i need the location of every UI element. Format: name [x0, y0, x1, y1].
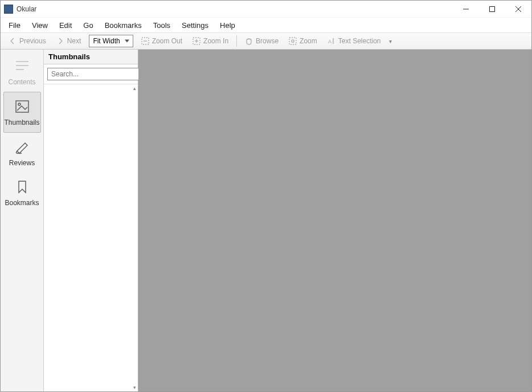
svg-point-17: [18, 103, 21, 105]
tab-bookmarks[interactable]: Bookmarks: [3, 173, 41, 213]
previous-button[interactable]: Previous: [4, 35, 51, 47]
zoom-in-button[interactable]: Zoom In: [188, 35, 233, 47]
side-tabs: Contents Thumbnails Reviews Bookmarks: [1, 50, 44, 391]
menubar: File View Edit Go Bookmarks Tools Settin…: [1, 18, 531, 32]
next-label: Next: [67, 37, 81, 45]
tab-reviews[interactable]: Reviews: [3, 133, 41, 173]
thumbnails-icon: [13, 98, 32, 115]
chevron-left-icon: [9, 37, 17, 45]
contents-icon: [13, 58, 32, 75]
text-selection-icon: A: [328, 37, 335, 45]
tab-thumbnails[interactable]: Thumbnails: [3, 92, 41, 133]
panel-search-row: [44, 64, 138, 84]
zoom-out-icon: [141, 37, 149, 45]
menu-go[interactable]: Go: [77, 19, 99, 32]
minimize-icon: [463, 6, 469, 12]
previous-label: Previous: [19, 37, 46, 45]
browse-button[interactable]: Browse: [240, 35, 283, 47]
scroll-up-button[interactable]: ▴: [133, 85, 136, 91]
zoom-select[interactable]: Fit Width: [89, 35, 133, 47]
toolbar: Previous Next Fit Width Zoom Out Zoom In…: [1, 32, 531, 50]
text-selection-button[interactable]: A Text Selection: [323, 35, 386, 47]
toolbar-overflow[interactable]: ▾: [387, 38, 394, 44]
hand-icon: [245, 37, 253, 45]
svg-point-10: [292, 40, 294, 42]
zoom-tool-icon: [289, 37, 297, 45]
thumbnails-panel: Thumbnails ▴ ▾: [44, 50, 138, 391]
tab-thumbnails-label: Thumbnails: [4, 119, 39, 126]
zoom-select-value: Fit Width: [93, 37, 120, 45]
maximize-icon: [489, 6, 495, 12]
tab-bookmarks-label: Bookmarks: [5, 199, 39, 207]
zoom-out-label: Zoom Out: [152, 37, 182, 45]
zoom-in-icon: [193, 37, 200, 45]
window-controls: [453, 1, 531, 17]
search-input[interactable]: [47, 68, 141, 80]
menu-view[interactable]: View: [26, 19, 54, 32]
app-window: Okular File View Edit Go Bookmarks Tools…: [0, 0, 532, 392]
menu-bookmarks[interactable]: Bookmarks: [99, 19, 148, 32]
zoom-out-button[interactable]: Zoom Out: [137, 35, 187, 47]
tab-contents[interactable]: Contents: [3, 52, 41, 92]
titlebar: Okular: [1, 1, 531, 18]
tab-reviews-label: Reviews: [9, 159, 35, 167]
scroll-down-button[interactable]: ▾: [133, 385, 136, 390]
svg-rect-1: [490, 6, 495, 11]
reviews-icon: [13, 138, 32, 156]
panel-header: Thumbnails: [44, 50, 138, 64]
next-button[interactable]: Next: [52, 35, 86, 47]
menu-file[interactable]: File: [3, 19, 26, 32]
zoom-tool-label: Zoom: [300, 37, 317, 45]
svg-rect-9: [289, 38, 296, 44]
window-title: Okular: [17, 5, 36, 13]
document-viewer[interactable]: [138, 50, 531, 391]
scrollbar[interactable]: [130, 92, 137, 383]
close-button[interactable]: [505, 1, 531, 17]
bookmarks-icon: [13, 178, 32, 195]
menu-tools[interactable]: Tools: [148, 19, 176, 32]
app-icon: [4, 5, 13, 14]
menu-settings[interactable]: Settings: [176, 19, 214, 32]
svg-text:A: A: [328, 39, 332, 44]
browse-label: Browse: [256, 37, 279, 45]
menu-help[interactable]: Help: [214, 19, 241, 32]
close-icon: [515, 6, 521, 12]
main-area: Contents Thumbnails Reviews Bookmarks: [1, 50, 531, 391]
tab-contents-label: Contents: [8, 78, 35, 86]
text-selection-label: Text Selection: [338, 37, 381, 45]
chevron-right-icon: [56, 37, 64, 45]
zoom-tool-button[interactable]: Zoom: [284, 35, 322, 47]
zoom-in-label: Zoom In: [203, 37, 228, 45]
menu-edit[interactable]: Edit: [54, 19, 77, 32]
toolbar-separator: [236, 35, 237, 47]
minimize-button[interactable]: [453, 1, 479, 17]
maximize-button[interactable]: [479, 1, 505, 17]
thumbnails-list: ▴ ▾: [44, 84, 138, 391]
